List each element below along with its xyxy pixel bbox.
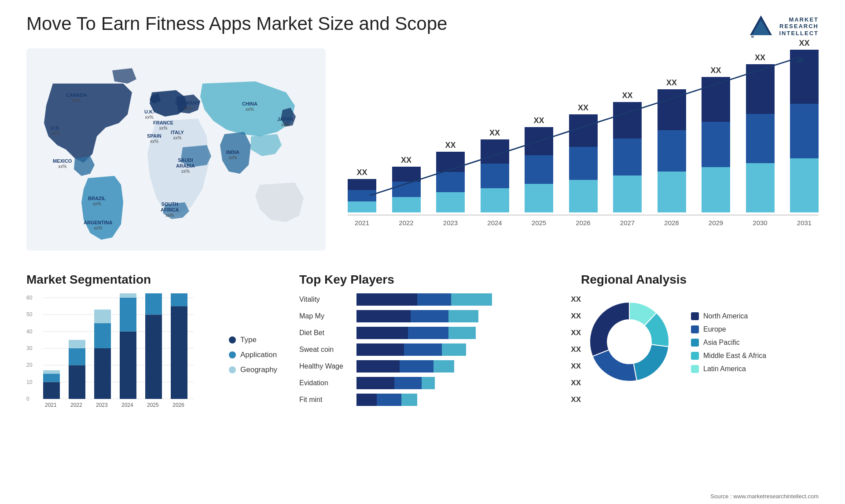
bar-segment [746,114,775,163]
player-name: Healthy Wage [299,362,356,370]
bar-segment [613,175,642,212]
bar-value-label: XX [401,156,411,165]
map-label-argentina: ARGENTINAxx% [84,220,112,231]
bar-segment [481,188,509,212]
legend-geo-label: Geography [240,365,277,374]
bar-group: XX [348,168,376,212]
bar-segment [392,167,421,182]
legend-application: Application [229,351,290,359]
map-label-china: CHINAxx% [242,101,257,112]
bar-value-label: XX [445,141,456,150]
player-bar-segment [356,377,394,389]
top-section: CANADAxx% U.S.xx% MEXICOxx% BRAZILxx% AR… [26,48,819,259]
donut-legend-item: Latin America [691,365,819,373]
bar-year-label: 2022 [392,219,421,226]
player-bar-container [356,360,566,373]
player-bar-segment [448,327,476,339]
player-bar-segment [356,360,400,373]
segmentation-title: Market Segmentation [26,273,290,287]
logo-text: MARKET RESEARCH INTELLECT [779,16,819,37]
bar-year-label: 2025 [525,219,553,226]
svg-text:M: M [751,35,754,38]
key-players-title: Top Key Players [299,273,581,287]
donut-legend-color [691,325,699,333]
bar-stacked [392,167,421,212]
donut-legend-label: Europe [703,325,726,333]
bar-segment [658,172,686,212]
bar-segment [525,184,553,212]
bar-segment [436,192,465,212]
bar-value-label: XX [489,128,500,138]
donut-legend-item: North America [691,312,819,320]
player-bar-container [356,310,566,322]
bar-segment [746,163,775,212]
player-bar-segment [434,360,454,373]
player-row: EvidationXX [299,377,581,389]
bar-segment [569,180,598,212]
legend-type: Type [229,336,290,344]
player-row: Map MyXX [299,310,581,322]
bar-chart: XXXXXXXXXXXXXXXXXXXXXX 20212022202320242… [343,48,819,233]
seg-chart-area [26,293,220,416]
player-bar-container [356,293,566,306]
donut-segment [633,344,669,380]
bar-group: XX [392,156,421,212]
bar-stacked [702,77,730,212]
player-bar-segment [417,293,451,306]
bar-value-label: XX [622,91,632,100]
donut-legend-color [691,352,699,360]
player-row: Fit mintXX [299,394,581,406]
legend-app-dot [229,351,236,358]
bar-segment [481,164,509,188]
player-bar-segment [408,327,448,339]
map-label-india: INDIAxx% [226,150,239,161]
bar-segment [569,114,598,147]
player-xx-label: XX [571,379,581,387]
bar-segment [392,182,421,197]
map-label-spain: SPAINxx% [147,133,162,144]
bar-segment [702,122,730,167]
map-label-brazil: BRAZILxx% [88,196,106,207]
player-bar-segment [356,343,404,356]
bar-stacked [613,102,642,212]
donut-legend-item: Europe [691,325,819,333]
donut-chart [581,293,678,392]
bar-year-label: 2031 [790,219,819,226]
bar-segment [436,152,465,172]
bar-segment [658,130,686,171]
player-bar-segment [442,343,466,356]
header: Move To Earn Fitness Apps Market Size an… [26,13,819,40]
player-bar-segment [356,327,408,339]
bottom-section: Market Segmentation Type Application [26,273,819,440]
bar-segment [613,102,642,139]
bar-value-label: XX [755,53,765,62]
legend-geography: Geography [229,365,290,374]
source-text: Source : www.marketresearchintellect.com [710,493,819,500]
player-row: Diet BetXX [299,327,581,339]
donut-legend-color [691,339,699,347]
bar-segment [525,127,553,156]
map-label-france: FRANCExx% [153,120,173,131]
bar-group: XX [613,91,642,212]
player-row: VitalityXX [299,293,581,306]
bar-value-label: XX [356,168,367,177]
bar-group: XX [746,53,775,212]
donut-legend: North AmericaEuropeAsia PacificMiddle Ea… [691,312,819,373]
bar-group: XX [702,66,730,212]
player-name: Map My [299,312,356,320]
player-bar-segment [356,310,411,322]
player-xx-label: XX [571,312,581,321]
bar-year-label: 2028 [658,219,686,226]
player-name: Fit mint [299,396,356,404]
bar-group: XX [436,141,465,212]
bar-chart-container: XXXXXXXXXXXXXXXXXXXXXX 20212022202320242… [343,48,819,259]
segmentation-chart: Type Application Geography [26,293,290,416]
bar-segment [702,77,730,122]
player-bar-segment [448,310,478,322]
map-label-uk: U.K.xx% [144,109,154,120]
bar-stacked [790,50,819,212]
segmentation-container: Market Segmentation Type Application [26,273,290,440]
donut-container: North AmericaEuropeAsia PacificMiddle Ea… [581,293,819,392]
page-title: Move To Earn Fitness Apps Market Size an… [26,13,447,34]
map-label-saudi: SAUDIARABIAxx% [176,157,195,174]
